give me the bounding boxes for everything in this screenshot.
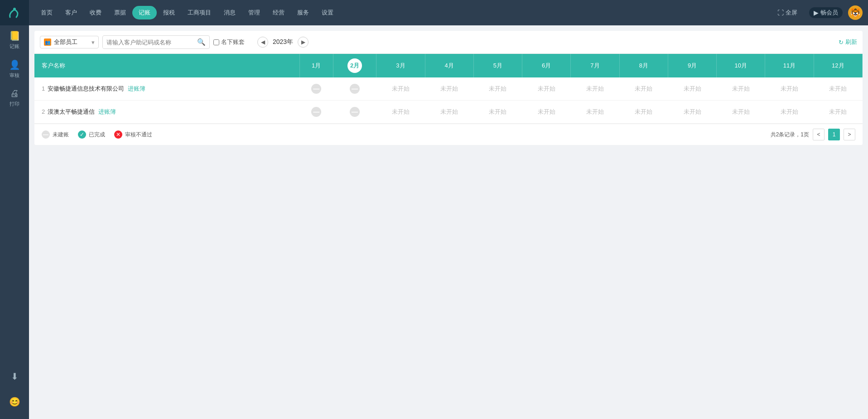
nav-service[interactable]: 服务 [291,6,315,19]
next-year-btn[interactable]: ▶ [298,37,309,48]
prev-page-btn[interactable]: < [813,129,825,140]
cell-customer: 2漠澳太平畅捷通信进账簿 [34,101,299,124]
vip-btn[interactable]: ▶ 畅会员 [809,7,843,18]
next-page-btn[interactable]: > [844,129,855,140]
active-month-label: 2月 [347,58,362,73]
cell-month-6: 未开始 [522,77,571,101]
sidebar-item-ledger-label: 记账 [10,43,19,50]
nav-home[interactable]: 首页 [34,6,59,19]
refresh-btn[interactable]: ↻ 刷新 [839,38,857,46]
legend-not-started: — 未建账 [42,130,69,139]
nav-operation[interactable]: 经营 [266,6,291,19]
col-month-11: 11月 [765,54,814,77]
topnav-right: ⛶ 全屏 ▶ 畅会员 🐯 [771,5,863,20]
search-input[interactable] [103,37,193,48]
print-icon: 🖨 [10,88,19,99]
cell-month-1: — [299,77,333,101]
sidebar-item-ledger[interactable]: 📒 记账 [0,25,29,54]
nav-manage[interactable]: 管理 [242,6,266,19]
table-row: 2漠澳太平畅捷通信进账簿——未开始未开始未开始未开始未开始未开始未开始未开始未开… [34,101,863,124]
table-body: 1安徽畅捷通信息技术有限公司进账簿——未开始未开始未开始未开始未开始未开始未开始… [34,77,863,124]
topnav: 首页 客户 收费 票据 记账 报税 工商项目 消息 管理 经营 服务 设置 ⛶ … [29,0,868,25]
fullscreen-btn[interactable]: ⛶ 全屏 [771,6,804,19]
col-customer-name: 客户名称 [34,54,299,77]
table-row: 1安徽畅捷通信息技术有限公司进账簿——未开始未开始未开始未开始未开始未开始未开始… [34,77,863,101]
sidebar-item-download[interactable]: ⬇ [0,365,29,388]
cell-month-5: 未开始 [473,77,522,101]
cell-month-10: 未开始 [717,101,765,124]
cell-month-1: — [299,101,333,124]
sidebar-item-audit-label: 审核 [10,72,19,79]
cell-month-12: 未开始 [814,101,862,124]
cell-month-3: 未开始 [376,101,425,124]
toolbar: 👥 全部员工 ▾ 🔍 名下账套 ◀ 2023年 ▶ [34,31,863,54]
nav-customer[interactable]: 客户 [59,6,83,19]
nav-tax[interactable]: 报税 [157,6,181,19]
checkbox-wrap[interactable]: 名下账套 [213,38,245,46]
legend-completed: ✓ 已完成 [78,130,105,139]
customer-name: 安徽畅捷通信息技术有限公司 [48,85,124,92]
cell-month-7: 未开始 [571,101,619,124]
legend-grey-icon: — [43,131,48,138]
content: 👥 全部员工 ▾ 🔍 名下账套 ◀ 2023年 ▶ [29,25,868,419]
nav-message[interactable]: 消息 [217,6,242,19]
nav-business[interactable]: 工商项目 [181,6,217,19]
year-label: 2023年 [273,38,293,46]
legend-grey-dot: — [42,130,50,139]
refresh-label: 刷新 [845,38,857,46]
cell-month-11: 未开始 [765,77,814,101]
employee-label: 全部员工 [54,38,77,46]
user-avatar[interactable]: 🐯 [848,5,863,20]
sidebar-item-print[interactable]: 🖨 打印 [0,83,29,112]
cell-customer: 1安徽畅捷通信息技术有限公司进账簿 [34,77,299,101]
page-1-btn[interactable]: 1 [828,129,840,140]
col-month-5: 5月 [473,54,522,77]
legend-red-icon: ✕ [116,131,121,138]
customer-name: 漠澳太平畅捷通信 [48,108,95,115]
refresh-icon: ↻ [839,39,844,46]
ledger-icon: 📒 [9,30,20,41]
download-icon: ⬇ [11,371,19,382]
col-month-8: 8月 [619,54,668,77]
nav-billing[interactable]: 收费 [83,6,108,19]
cell-month-6: 未开始 [522,101,571,124]
legend-rejected: ✕ 审核不通过 [114,130,152,139]
nav-invoice[interactable]: 票据 [108,6,132,19]
employee-select[interactable]: 👥 全部员工 ▾ [40,36,99,48]
col-month-12: 12月 [814,54,862,77]
col-month-7: 7月 [571,54,619,77]
main-area: 首页 客户 收费 票据 记账 报税 工商项目 消息 管理 经营 服务 设置 ⛶ … [29,0,868,419]
cell-month-10: 未开始 [717,77,765,101]
legend-red-dot: ✕ [114,130,122,139]
sidebar-item-audit[interactable]: 👤 审核 [0,54,29,83]
main-card: 👥 全部员工 ▾ 🔍 名下账套 ◀ 2023年 ▶ [34,31,863,145]
enter-ledger-link[interactable]: 进账簿 [128,85,145,92]
year-nav: ◀ 2023年 ▶ [257,37,309,48]
cell-month-8: 未开始 [619,77,668,101]
audit-icon: 👤 [9,59,20,70]
col-month-9: 9月 [668,54,716,77]
row-index: 1 [42,85,45,92]
cell-month-7: 未开始 [571,77,619,101]
legend-completed-label: 已完成 [89,131,105,139]
table-footer: — 未建账 ✓ 已完成 ✕ 审核不通过 共2条记录，1 [34,124,863,145]
app-logo [0,0,29,25]
col-month-2: 2月 [333,54,376,77]
cell-month-3: 未开始 [376,77,425,101]
prev-year-btn[interactable]: ◀ [257,37,268,48]
sidebar-bottom: ⬇ 😊 [0,365,29,419]
cell-month-2: — [333,101,376,124]
account-checkbox[interactable] [213,39,219,45]
search-button[interactable]: 🔍 [193,36,209,48]
col-month-10: 10月 [717,54,765,77]
chevron-down-icon: ▾ [92,39,95,46]
search-wrap: 🔍 [102,35,210,49]
nav-settings[interactable]: 设置 [315,6,340,19]
status-dash: — [311,84,321,94]
enter-ledger-link[interactable]: 进账簿 [98,108,116,115]
cell-month-4: 未开始 [425,77,473,101]
col-month-3: 3月 [376,54,425,77]
sidebar-item-support[interactable]: 😊 [0,390,29,414]
sidebar-item-print-label: 打印 [10,101,19,107]
nav-ledger[interactable]: 记账 [132,6,157,19]
